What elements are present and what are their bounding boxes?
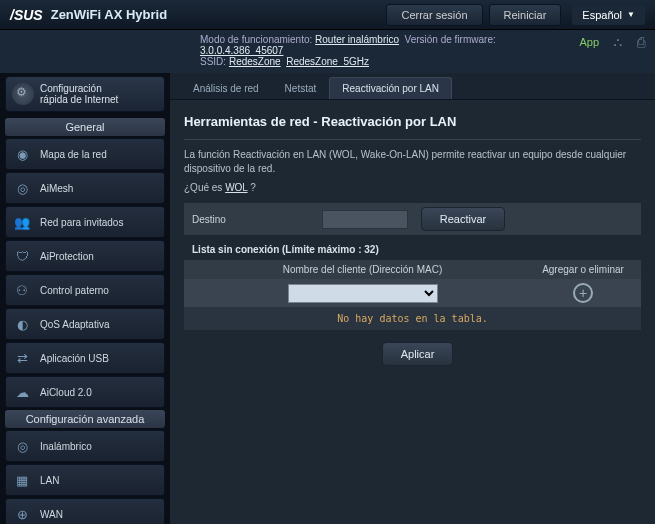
logout-button[interactable]: Cerrar sesión (386, 4, 482, 26)
nav-icon: ◎ (12, 436, 32, 456)
sidebar-item-label: Control paterno (40, 285, 109, 296)
nav-icon: ▦ (12, 470, 32, 490)
sidebar-item-label: Aplicación USB (40, 353, 109, 364)
tab-netstat[interactable]: Netstat (272, 77, 330, 99)
sidebar-item-label: WAN (40, 509, 63, 520)
sidebar-item-aiprotection[interactable]: 🛡AiProtection (5, 240, 165, 272)
dest-input[interactable] (322, 210, 408, 229)
mode-label: Modo de funcionamiento: (200, 34, 312, 45)
wol-help: ¿Qué es WOL ? (184, 182, 641, 193)
sidebar-item-lan[interactable]: ▦LAN (5, 464, 165, 496)
tabs: Análisis de red Netstat Reactivación por… (170, 73, 655, 100)
page-description: La función Reactivación en LAN (WOL, Wak… (184, 148, 641, 176)
fw-label: Versión de firmware: (405, 34, 496, 45)
sidebar-item-aplicaci-n-usb[interactable]: ⇄Aplicación USB (5, 342, 165, 374)
qis-label: Configuraciónrápida de Internet (40, 83, 118, 105)
mode-link[interactable]: Router inalámbrico (315, 34, 399, 45)
nav-icon: ◉ (12, 144, 32, 164)
reboot-button[interactable]: Reiniciar (489, 4, 562, 26)
sidebar-item-label: Inalámbrico (40, 441, 92, 452)
no-data-message: No hay datos en la tabla. (184, 307, 641, 330)
language-label: Español (582, 9, 622, 21)
sidebar-item-label: QoS Adaptativa (40, 319, 110, 330)
tab-wol[interactable]: Reactivación por LAN (329, 77, 452, 99)
sidebar-item-label: AiCloud 2.0 (40, 387, 92, 398)
add-button[interactable]: + (573, 283, 593, 303)
quick-internet-setup[interactable]: Configuraciónrápida de Internet (5, 76, 165, 112)
section-general: General (5, 118, 165, 136)
model-name: ZenWiFi AX Hybrid (51, 7, 384, 22)
sidebar-item-inal-mbrico[interactable]: ◎Inalámbrico (5, 430, 165, 462)
brand-logo: /SUS (10, 7, 43, 23)
language-selector[interactable]: Español ▼ (572, 5, 645, 25)
chevron-down-icon: ▼ (627, 10, 635, 19)
fw-link[interactable]: 3.0.0.4.386_45607 (200, 45, 283, 56)
col-action: Agregar o eliminar (533, 264, 633, 275)
sidebar-item-label: LAN (40, 475, 59, 486)
dest-label: Destino (192, 214, 322, 225)
sidebar: Configuraciónrápida de Internet General … (0, 73, 170, 524)
sidebar-item-control-paterno[interactable]: ⚇Control paterno (5, 274, 165, 306)
main-content: Análisis de red Netstat Reactivación por… (170, 73, 655, 524)
nav-icon: 🛡 (12, 246, 32, 266)
client-select[interactable] (288, 284, 438, 303)
ssid1-link[interactable]: RedesZone (229, 56, 281, 67)
users-icon[interactable]: ⛬ (611, 34, 625, 50)
nav-icon: ⚇ (12, 280, 32, 300)
nav-icon: ☁ (12, 382, 32, 402)
sidebar-item-mapa-de-la-red[interactable]: ◉Mapa de la red (5, 138, 165, 170)
sidebar-item-label: AiProtection (40, 251, 94, 262)
usb-icon[interactable]: ⎙ (637, 34, 645, 50)
nav-icon: ⇄ (12, 348, 32, 368)
wol-link[interactable]: WOL (225, 182, 247, 193)
sidebar-item-aicloud-2-0[interactable]: ☁AiCloud 2.0 (5, 376, 165, 408)
apply-button[interactable]: Aplicar (382, 342, 454, 366)
sidebar-item-qos-adaptativa[interactable]: ◐QoS Adaptativa (5, 308, 165, 340)
app-link[interactable]: App (579, 36, 599, 48)
subheader-info: Modo de funcionamiento: Router inalámbri… (200, 34, 579, 67)
ssid2-link[interactable]: RedesZone_5GHz (286, 56, 369, 67)
sidebar-item-aimesh[interactable]: ◎AiMesh (5, 172, 165, 204)
nav-icon: 👥 (12, 212, 32, 232)
offline-list-title: Lista sin conexión (Límite máximo : 32) (184, 239, 641, 260)
gears-icon (12, 83, 34, 105)
col-client: Nombre del cliente (Dirección MAC) (192, 264, 533, 275)
sidebar-item-label: Mapa de la red (40, 149, 107, 160)
ssid-label: SSID: (200, 56, 226, 67)
nav-icon: ⊕ (12, 504, 32, 524)
nav-icon: ◐ (12, 314, 32, 334)
page-title: Herramientas de red - Reactivación por L… (184, 110, 641, 140)
sidebar-item-label: AiMesh (40, 183, 73, 194)
sidebar-item-label: Red para invitados (40, 217, 123, 228)
nav-icon: ◎ (12, 178, 32, 198)
wake-button[interactable]: Reactivar (421, 207, 505, 231)
section-advanced: Configuración avanzada (5, 410, 165, 428)
sidebar-item-red-para-invitados[interactable]: 👥Red para invitados (5, 206, 165, 238)
tab-network-analysis[interactable]: Análisis de red (180, 77, 272, 99)
sidebar-item-wan[interactable]: ⊕WAN (5, 498, 165, 524)
